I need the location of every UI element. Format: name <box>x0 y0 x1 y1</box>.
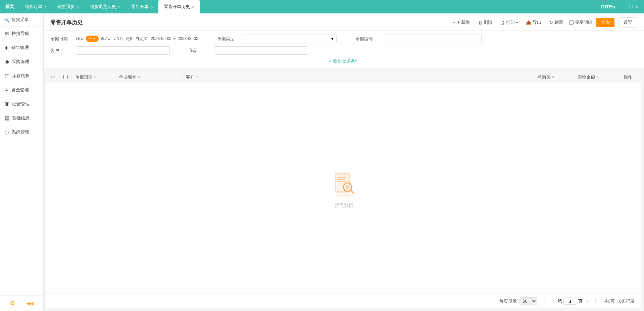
th-date[interactable]: 单据日期 ⇅ <box>72 71 115 83</box>
delete-icon: 🗑 <box>478 20 482 25</box>
svg-rect-4 <box>337 179 345 180</box>
type-filter-dropdown-icon: ▾ <box>331 36 334 41</box>
customer-filter-label: 客户 <box>50 48 70 54</box>
page-suffix: 页 <box>578 298 583 304</box>
query-button[interactable]: 查询 <box>596 18 614 27</box>
th-checkbox[interactable] <box>60 72 72 82</box>
date-shortcut-custom[interactable]: 自定义 <box>135 36 147 42</box>
tab-retail-open-history-close[interactable]: × <box>192 4 194 9</box>
th-customer[interactable]: 客户 ⇅ <box>183 71 534 83</box>
delete-button[interactable]: 🗑 删除 <box>476 18 494 27</box>
tab-retail-open-close[interactable]: × <box>151 4 153 9</box>
tab-retail-open-history-label: 零售开单历史 <box>164 4 190 10</box>
purchase-mgmt-icon: ◉ <box>5 59 9 65</box>
th-billno[interactable]: 单据编号 ⇅ <box>115 71 183 83</box>
billno-filter-input[interactable] <box>381 35 482 43</box>
th-settings[interactable]: ⚙ <box>46 72 60 82</box>
last-page-button[interactable]: 》 <box>592 298 601 305</box>
print-icon: 🖨 <box>500 20 505 25</box>
sidebar-bottom: ⚙ ◀◀ <box>0 295 43 311</box>
sidebar-item-finance[interactable]: ◬ 资金管理 <box>0 83 43 97</box>
tab-home-label: 首页 <box>5 4 14 10</box>
sidebar-item-quick-nav-label: 快捷导航 <box>12 31 29 37</box>
page-nav: 《 < 第 页 > 》 <box>540 298 601 305</box>
tab-home[interactable]: 首页 <box>0 0 19 13</box>
date-shortcut-7days[interactable]: 近7天 <box>101 36 111 42</box>
tab-sales-return-history[interactable]: 销货退货历史 × <box>85 0 126 13</box>
tab-sales-return-history-close[interactable]: × <box>118 4 120 9</box>
date-shortcut-yesterday[interactable]: 昨天 <box>76 36 84 42</box>
page-size-select[interactable]: 50 100 200 <box>519 297 537 305</box>
date-shortcut-more[interactable]: 更多 <box>125 36 133 42</box>
table-settings-icon[interactable]: ⚙ <box>51 74 55 80</box>
sidebar-item-finance-label: 资金管理 <box>11 87 29 93</box>
delete-label: 删除 <box>484 19 492 25</box>
type-filter-label: 单据类型 <box>217 36 237 42</box>
th-amount-sort-icon: ⇅ <box>596 75 599 79</box>
tab-sales-order-close[interactable]: × <box>44 4 47 9</box>
sidebar-item-inventory[interactable]: ◫ 库存核算 <box>0 69 43 83</box>
svg-rect-3 <box>337 177 346 178</box>
sidebar-item-quick-nav[interactable]: ⊞ 快捷导航 <box>0 27 43 41</box>
page-header: 零售开单历史 ＋ + 新增 🗑 删除 🖨 打印 ▾ 📤 导出 <box>44 13 644 31</box>
sidebar-item-system-mgmt-label: 系统管理 <box>12 129 29 135</box>
search-icon: 🔍 <box>4 17 9 22</box>
goods-filter-dots: ··· <box>301 48 305 53</box>
show-detail-checkbox-label[interactable]: 显示明细 <box>569 19 592 25</box>
page-actions: ＋ + 新增 🗑 删除 🖨 打印 ▾ 📤 导出 ↻ <box>450 17 637 28</box>
sidebar-item-purchase-mgmt[interactable]: ◉ 采购管理 <box>0 55 43 69</box>
tab-retail-open[interactable]: 零售开单 × <box>126 0 158 13</box>
sidebar-search[interactable]: 🔍 搜索采单 <box>0 13 43 27</box>
tab-sales-order[interactable]: 销售订单 × <box>19 0 52 13</box>
th-amount[interactable]: 实销金额 ⇅ <box>574 71 614 83</box>
first-page-button[interactable]: 《 <box>540 298 548 305</box>
tab-retail-open-history[interactable]: 零售开单历史 × <box>158 0 200 13</box>
print-button[interactable]: 🖨 打印 ▾ <box>498 18 520 27</box>
billno-filter-label: 单据编号 <box>355 36 376 42</box>
minimize-button[interactable]: — <box>621 4 627 10</box>
sidebar-item-sales-mgmt[interactable]: ◈ 销售管理 <box>0 41 43 55</box>
sidebar-item-system-mgmt[interactable]: ◌ 系统管理 <box>0 125 43 139</box>
sidebar-item-operations[interactable]: ▣ 经营管理 <box>0 97 43 111</box>
goods-filter-label: 商品 <box>189 48 209 54</box>
finance-icon: ◬ <box>5 87 9 93</box>
sidebar-item-basic-info[interactable]: ▤ 基础信息 <box>0 111 43 125</box>
settings-button[interactable]: 设置 <box>618 17 637 28</box>
sidebar-collapse-icon[interactable]: ◀◀ <box>26 301 34 306</box>
add-label: + 新增 <box>457 19 470 25</box>
tab-sales-return-close[interactable]: × <box>77 4 79 9</box>
add-button[interactable]: ＋ + 新增 <box>450 18 472 27</box>
show-detail-checkbox[interactable] <box>569 20 574 25</box>
sidebar-settings-icon[interactable]: ⚙ <box>10 300 15 307</box>
prev-page-button[interactable]: < <box>550 298 556 305</box>
show-detail-label: 显示明细 <box>575 19 592 25</box>
maximize-button[interactable]: □ <box>629 4 633 10</box>
th-ops-label: 操作 <box>624 74 632 80</box>
th-guide[interactable]: 导购员 ⇅ <box>534 71 574 83</box>
settings-label: 设置 <box>624 19 632 25</box>
refresh-button[interactable]: ↻ 刷新 <box>547 18 565 27</box>
date-range-display: 2023-06-02 至 2023-06-02 <box>151 36 198 42</box>
export-label: 导出 <box>533 19 541 25</box>
collapse-filter-button[interactable]: ∧ 收起更多条件 <box>50 58 637 64</box>
date-shortcut-today[interactable]: 今天 <box>86 36 99 42</box>
customer-filter-select[interactable]: ··· <box>76 46 170 55</box>
tab-sales-return[interactable]: 销货退货 × <box>52 0 85 13</box>
table-select-all-checkbox[interactable] <box>63 75 68 79</box>
filter-row-1: 单据日期 昨天 今天 近7天 近1月 更多 自定义 2023-06-02 至 2… <box>50 35 637 43</box>
main-layout: 🔍 搜索采单 ⊞ 快捷导航 ◈ 销售管理 ◉ 采购管理 ◫ 库存核算 ◬ 资金管… <box>0 13 644 311</box>
empty-text: 暂无数据 <box>335 203 353 209</box>
type-filter-select[interactable]: ▾ <box>243 35 337 43</box>
date-shortcut-1month[interactable]: 近1月 <box>113 36 123 42</box>
window-controls: OfTEn — □ × <box>601 3 644 10</box>
tab-sales-return-label: 销货退货 <box>57 4 75 10</box>
tab-retail-open-label: 零售开单 <box>131 4 149 10</box>
page-number-input[interactable] <box>563 298 577 305</box>
sidebar-item-inventory-label: 库存核算 <box>12 73 30 79</box>
export-button[interactable]: 📤 导出 <box>524 18 543 27</box>
next-page-button[interactable]: > <box>584 298 591 305</box>
goods-filter-select[interactable]: ··· <box>214 46 308 55</box>
close-button[interactable]: × <box>635 3 639 10</box>
tab-bar: 首页 销售订单 × 销货退货 × 销货退货历史 × 零售开单 × 零售开单历史 … <box>0 0 644 13</box>
th-ops: 操作 <box>614 71 641 83</box>
